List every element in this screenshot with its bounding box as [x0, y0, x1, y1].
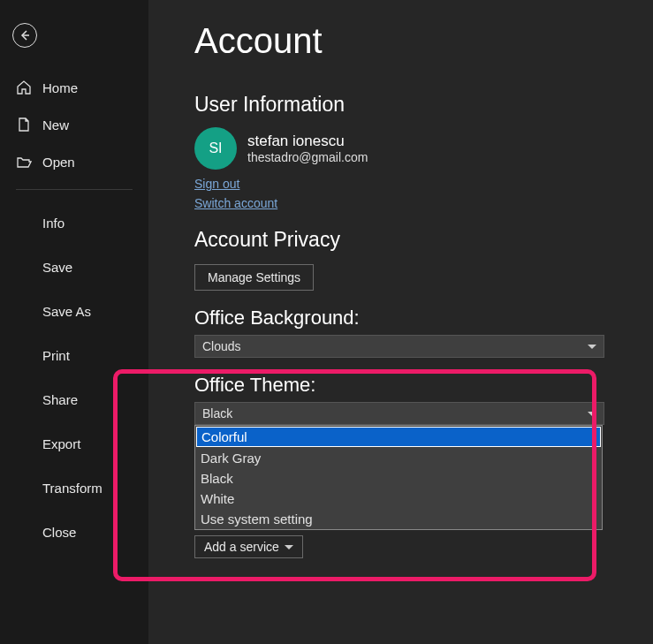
backstage-sidebar: Home New Open Info Save Save As Print Sh… — [0, 0, 148, 644]
theme-option-black[interactable]: Black — [195, 468, 602, 489]
sidebar-item-new[interactable]: New — [0, 106, 148, 143]
sidebar-item-home[interactable]: Home — [0, 69, 148, 106]
sidebar-item-close[interactable]: Close — [0, 510, 148, 554]
sidebar-item-open[interactable]: Open — [0, 143, 148, 180]
office-theme-dropdown[interactable]: Black — [194, 402, 604, 425]
sidebar-item-label: Save As — [42, 304, 91, 319]
user-email: thestadro@gmail.com — [247, 150, 368, 164]
back-button[interactable] — [12, 23, 37, 48]
sidebar-item-info[interactable]: Info — [0, 201, 148, 245]
file-icon — [16, 117, 32, 133]
switch-account-link[interactable]: Switch account — [194, 196, 277, 210]
sidebar-item-label: New — [42, 117, 69, 133]
theme-option-system[interactable]: Use system setting — [195, 509, 602, 529]
office-theme-dropdown-list: Colorful Dark Gray Black White Use syste… — [194, 425, 603, 530]
sidebar-item-label: Share — [42, 392, 78, 407]
sidebar-item-label: Print — [42, 348, 70, 363]
avatar: SI — [194, 127, 237, 170]
sidebar-item-share[interactable]: Share — [0, 377, 148, 421]
manage-settings-button[interactable]: Manage Settings — [194, 264, 314, 291]
sidebar-item-print[interactable]: Print — [0, 333, 148, 377]
office-background-dropdown[interactable]: Clouds — [194, 335, 604, 358]
theme-option-colorful[interactable]: Colorful — [196, 427, 601, 447]
sidebar-item-label: Home — [42, 80, 78, 95]
sidebar-item-export[interactable]: Export — [0, 421, 148, 466]
home-icon — [16, 80, 32, 95]
sign-out-link[interactable]: Sign out — [194, 177, 239, 191]
sidebar-divider — [16, 189, 133, 190]
sidebar-item-label: Open — [42, 155, 75, 170]
sidebar-item-label: Close — [42, 525, 76, 540]
sidebar-item-save[interactable]: Save — [0, 245, 148, 289]
chevron-down-icon — [588, 345, 596, 349]
sidebar-item-label: Info — [42, 216, 65, 231]
dropdown-value: Black — [202, 406, 232, 420]
chevron-down-icon — [285, 545, 293, 549]
folder-open-icon — [16, 154, 32, 170]
page-title: Account — [194, 21, 632, 61]
office-theme-label: Office Theme: — [194, 374, 632, 397]
user-name: stefan ionescu — [247, 133, 368, 150]
theme-option-darkgray[interactable]: Dark Gray — [195, 448, 602, 468]
sidebar-item-label: Transform — [42, 481, 103, 496]
user-info-heading: User Information — [194, 93, 632, 117]
sidebar-item-label: Save — [42, 260, 72, 275]
user-info: stefan ionescu thestadro@gmail.com — [247, 133, 368, 164]
sidebar-item-label: Export — [42, 436, 80, 451]
sidebar-item-saveas[interactable]: Save As — [0, 289, 148, 333]
main-content: Account User Information SI stefan iones… — [148, 0, 653, 644]
sidebar-item-transform[interactable]: Transform — [0, 466, 148, 510]
user-row: SI stefan ionescu thestadro@gmail.com — [194, 127, 632, 170]
dropdown-value: Clouds — [202, 339, 241, 353]
office-background-label: Office Background: — [194, 307, 632, 330]
theme-option-white[interactable]: White — [195, 489, 602, 509]
chevron-down-icon — [588, 412, 596, 416]
account-privacy-heading: Account Privacy — [194, 228, 632, 252]
add-service-button[interactable]: Add a service — [194, 535, 303, 558]
add-service-label: Add a service — [204, 540, 279, 554]
arrow-left-icon — [18, 28, 32, 42]
